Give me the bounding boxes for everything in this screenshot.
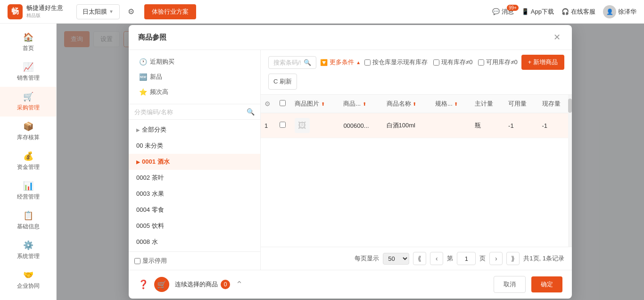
gear-icon[interactable]: ⚙ xyxy=(124,4,139,19)
sidebar-item-basic[interactable]: 📋 基础信息 xyxy=(0,206,56,235)
sort-icon: ⬆ xyxy=(363,101,366,107)
filter-label: 更多条件 xyxy=(330,58,354,67)
row-checkbox[interactable] xyxy=(280,122,286,128)
messages-badge: 99+ xyxy=(507,5,519,11)
current-stock-checkbox[interactable]: 现有库存≠0 xyxy=(433,58,472,67)
sidebar-item-sales[interactable]: 📈 销售管理 xyxy=(0,57,56,87)
sidebar-item-system[interactable]: ⚙️ 系统管理 xyxy=(0,235,56,265)
operations-icon: 📊 xyxy=(23,181,33,191)
spec-cell xyxy=(431,113,471,138)
sidebar: 🏠 首页 📈 销售管理 🛒 采购管理 📦 库存核算 💰 资金管理 📊 经营管理 … xyxy=(0,24,57,300)
chevron-down-icon: ▼ xyxy=(109,9,114,14)
recent-icon: 🕐 xyxy=(139,58,147,66)
quick-link-new[interactable]: 🆕 新品 xyxy=(134,70,255,84)
cancel-button[interactable]: 取消 xyxy=(494,276,526,293)
table-row[interactable]: 1 🖼 000600... 白酒100ml 瓶 xyxy=(261,113,572,138)
warehouse-stock-checkbox[interactable]: 按仓库显示现有库存 xyxy=(364,58,428,67)
show-disabled-checkbox[interactable]: 显示停用 xyxy=(134,257,167,265)
category-search-input[interactable] xyxy=(134,108,244,116)
category-item-uncategorized[interactable]: 00 未分类 xyxy=(129,138,260,154)
nav-selector[interactable]: 日太阳膜 ▼ xyxy=(76,4,120,19)
code-cell: 000600... xyxy=(339,113,382,138)
quick-link-frequent[interactable]: ⭐ 频次高 xyxy=(134,85,255,99)
th-stock: 现存量 xyxy=(538,95,572,113)
category-item-water[interactable]: 0008 水 xyxy=(129,234,260,250)
category-label: 0002 茶叶 xyxy=(136,174,164,182)
sidebar-item-operations[interactable]: 📊 经营管理 xyxy=(0,176,56,206)
sidebar-item-label: 资金管理 xyxy=(17,163,40,171)
category-label: 0005 饮料 xyxy=(136,222,164,230)
help-icon[interactable]: ❓ xyxy=(138,279,149,290)
available-cell: -1 xyxy=(504,113,538,138)
th-spec-label: 规格... xyxy=(435,100,453,107)
category-label: 00 未分类 xyxy=(136,142,163,150)
warehouse-stock-label: 按仓库显示现有库存 xyxy=(372,58,428,67)
page-input[interactable]: 1 xyxy=(457,252,476,265)
collapse-icon[interactable]: ⌃ xyxy=(236,279,243,290)
last-page-button[interactable]: ⟫ xyxy=(506,252,520,265)
sidebar-item-label: 库存核算 xyxy=(17,133,40,142)
category-item-snack[interactable]: 0004 零食 xyxy=(129,202,260,218)
select-all-checkbox[interactable] xyxy=(280,100,286,106)
confirm-button[interactable]: 确定 xyxy=(531,276,562,292)
product-search-input[interactable] xyxy=(273,59,301,66)
table-config-icon[interactable]: ⚙ xyxy=(264,100,271,108)
page-word2: 页 xyxy=(479,254,486,263)
experience-button[interactable]: 体验行业方案 xyxy=(144,4,196,19)
category-item-liquor[interactable]: ▶ 0001 酒水 xyxy=(129,154,260,170)
show-disabled-input[interactable] xyxy=(134,258,140,264)
add-product-button[interactable]: + 新增商品 xyxy=(521,55,564,70)
category-item-all[interactable]: ▶ 全部分类 xyxy=(129,122,260,138)
sort-icon: ⬆ xyxy=(321,101,325,107)
inventory-icon: 📦 xyxy=(23,121,33,132)
sidebar-item-inventory[interactable]: 📦 库存核算 xyxy=(0,117,56,146)
first-page-button[interactable]: ⟪ xyxy=(413,252,426,265)
stock-cell: -1 xyxy=(538,113,572,138)
collab-icon: 🤝 xyxy=(23,270,33,280)
th-unit: 主计量 xyxy=(471,95,504,113)
system-icon: ⚙️ xyxy=(23,240,33,250)
new-icon: 🆕 xyxy=(139,73,147,81)
th-image: 商品图片 ⬆ xyxy=(291,95,339,113)
scrollbar-thumb xyxy=(568,99,572,113)
total-info: 共1页, 1条记录 xyxy=(523,254,564,263)
sidebar-item-finance[interactable]: 💰 资金管理 xyxy=(0,146,56,176)
sidebar-item-collab[interactable]: 🤝 企业协同 xyxy=(0,265,56,295)
search-icon-small[interactable]: 🔍 xyxy=(247,108,255,116)
messages-button[interactable]: 💬 消息 99+ xyxy=(492,8,514,16)
user-profile[interactable]: 👤 徐泽华 xyxy=(603,5,636,18)
app-layout: 🏠 首页 📈 销售管理 🛒 采购管理 📦 库存核算 💰 资金管理 📊 经营管理 … xyxy=(0,24,644,300)
table-area: ⚙ 商品图片 ⬆ 商品... ⬆ xyxy=(261,95,572,247)
category-item-beverage[interactable]: 0005 饮料 xyxy=(129,218,260,234)
refresh-button[interactable]: C 刷新 xyxy=(268,74,297,90)
online-service-button[interactable]: 🎧 在线客服 xyxy=(561,8,595,16)
show-disabled-label: 显示停用 xyxy=(142,257,167,265)
quick-link-recent[interactable]: 🕐 近期购买 xyxy=(134,55,255,69)
available-stock-checkbox[interactable]: 可用库存≠0 xyxy=(478,58,517,67)
search-icon[interactable]: 🔍 xyxy=(304,59,311,66)
dialog-body: 🕐 近期购买 🆕 新品 ⭐ 频次高 xyxy=(129,50,572,270)
sidebar-item-guide[interactable]: 🎯 新手引导 xyxy=(0,295,56,300)
available-stock-input[interactable] xyxy=(478,59,484,66)
next-page-button[interactable]: › xyxy=(489,252,503,265)
category-list: ▶ 全部分类 00 未分类 ▶ 0001 酒水 0002 茶 xyxy=(129,120,260,251)
prev-page-button[interactable]: ‹ xyxy=(430,252,443,265)
cart-icon[interactable]: 🛒 xyxy=(154,277,169,292)
sidebar-item-home[interactable]: 🏠 首页 xyxy=(0,27,56,57)
quick-link-label: 近期购买 xyxy=(150,58,174,66)
warehouse-stock-input[interactable] xyxy=(364,59,371,66)
dialog: 商品参照 ✕ 🕐 近期购买 xyxy=(129,25,572,299)
category-label: 0008 水 xyxy=(136,238,158,246)
app-download-button[interactable]: 📱 App下载 xyxy=(521,8,554,16)
close-button[interactable]: ✕ xyxy=(551,32,562,43)
dialog-header: 商品参照 ✕ xyxy=(129,25,572,50)
filter-button[interactable]: 🔽 更多条件 ▲ xyxy=(320,58,361,67)
chevron-up-icon: ▲ xyxy=(356,60,361,65)
sidebar-item-label: 首页 xyxy=(23,44,34,52)
page-size-select[interactable]: 50 100 200 xyxy=(383,253,409,265)
category-item-tea[interactable]: 0002 茶叶 xyxy=(129,170,260,186)
category-label: 0003 水果 xyxy=(136,190,164,198)
sidebar-item-purchase[interactable]: 🛒 采购管理 xyxy=(0,87,56,117)
current-stock-input[interactable] xyxy=(433,59,439,66)
category-item-fruit[interactable]: 0003 水果 xyxy=(129,186,260,202)
